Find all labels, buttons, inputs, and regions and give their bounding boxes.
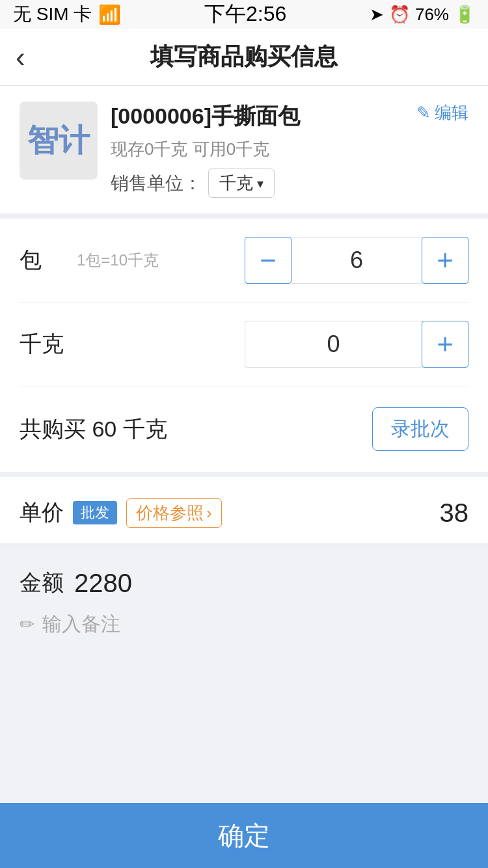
amount-value: 2280 <box>74 569 132 598</box>
pencil-icon: ✏ <box>20 614 34 635</box>
price-row: 单价 批发 价格参照 › 38 <box>20 498 468 528</box>
status-left: 无 SIM 卡 📶 <box>13 2 121 27</box>
product-name: [0000006]手撕面包 <box>111 102 468 131</box>
bao-plus-button[interactable]: + <box>422 237 468 284</box>
bao-section: 包 1包=10千克 − + 千克 + <box>0 219 488 387</box>
location-icon: ➤ <box>370 5 384 25</box>
status-bar: 无 SIM 卡 📶 下午2:56 ➤ ⏰ 76% 🔋 <box>0 0 488 29</box>
price-left: 单价 批发 价格参照 › <box>20 498 222 528</box>
price-ref-button[interactable]: 价格参照 › <box>126 498 222 528</box>
product-card: 智计 [0000006]手撕面包 现存0千克 可用0千克 销售单位： 千克 ▾ … <box>0 86 488 219</box>
section-divider-2 <box>0 543 488 549</box>
product-info: [0000006]手撕面包 现存0千克 可用0千克 销售单位： 千克 ▾ <box>111 102 468 198</box>
carrier-text: 无 SIM 卡 <box>13 2 92 27</box>
note-placeholder: 输入备注 <box>42 611 120 638</box>
price-ref-label: 价格参照 <box>136 502 204 524</box>
unit-selector[interactable]: 千克 ▾ <box>208 169 275 198</box>
alarm-icon: ⏰ <box>389 5 410 25</box>
bao-qty-row: 包 1包=10千克 − + <box>20 219 468 303</box>
battery-text: 76% <box>415 5 449 25</box>
amount-row: 金额 2280 <box>20 568 468 598</box>
section-divider-1 <box>0 472 488 477</box>
batch-button[interactable]: 录批次 <box>372 407 468 451</box>
kg-qty-row: 千克 + <box>20 303 468 387</box>
bao-hint: 1包=10千克 <box>77 250 245 271</box>
confirm-button[interactable]: 确定 <box>0 803 488 868</box>
product-unit-row: 销售单位： 千克 ▾ <box>111 169 468 198</box>
nav-title: 填写商品购买信息 <box>150 41 338 73</box>
battery-icon: 🔋 <box>454 5 475 25</box>
bao-label: 包 <box>20 245 72 275</box>
amount-section: 金额 2280 ✏ 输入备注 <box>0 549 488 651</box>
product-image: 智计 <box>20 102 98 180</box>
price-value: 38 <box>440 498 469 528</box>
bao-input[interactable] <box>291 237 422 284</box>
status-right: ➤ ⏰ 76% 🔋 <box>370 5 475 25</box>
price-ref-arrow: › <box>206 503 212 523</box>
product-logo: 智计 <box>27 120 90 161</box>
product-stock: 现存0千克 可用0千克 <box>111 138 468 161</box>
bao-minus-button[interactable]: − <box>245 237 291 284</box>
edit-label: 编辑 <box>435 102 468 124</box>
chevron-down-icon: ▾ <box>257 176 264 191</box>
status-time: 下午2:56 <box>204 0 286 29</box>
wifi-icon: 📶 <box>98 4 121 25</box>
unit-value: 千克 <box>219 172 253 195</box>
kg-input[interactable] <box>245 321 422 368</box>
edit-icon: ✎ <box>416 103 431 123</box>
kg-plus-button[interactable]: + <box>422 321 468 368</box>
summary-row: 共购买 60 千克 录批次 <box>0 387 488 472</box>
pifa-tag: 批发 <box>73 501 117 524</box>
bao-controls: − + <box>245 237 468 284</box>
nav-bar: ‹ 填写商品购买信息 <box>0 29 488 86</box>
summary-text: 共购买 60 千克 <box>20 414 167 444</box>
unit-label: 销售单位： <box>111 171 202 196</box>
note-row[interactable]: ✏ 输入备注 <box>20 611 468 638</box>
amount-label: 金额 <box>20 568 64 598</box>
kg-label: 千克 <box>20 329 72 359</box>
price-label: 单价 <box>20 498 64 528</box>
edit-button[interactable]: ✎ 编辑 <box>416 102 468 124</box>
price-section: 单价 批发 价格参照 › 38 <box>0 477 488 543</box>
back-button[interactable]: ‹ <box>16 43 25 72</box>
kg-controls: + <box>245 321 468 368</box>
